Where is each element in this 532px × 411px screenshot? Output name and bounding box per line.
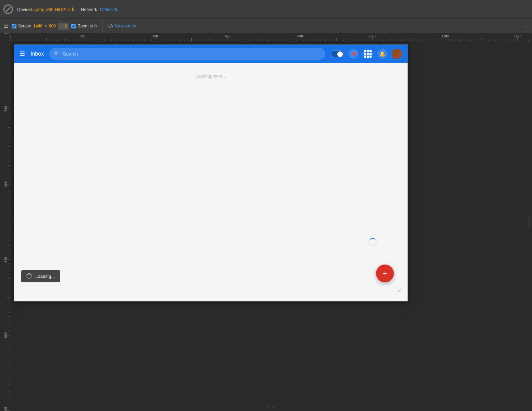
network-value: Offline: [100, 7, 113, 12]
screen-label: Screen: [18, 24, 31, 28]
dpr-value: 2: [65, 24, 67, 28]
screen-checkbox-item[interactable]: Screen: [12, 24, 31, 28]
avatar[interactable]: [392, 49, 402, 59]
loading-toast-text: Loading...: [35, 274, 55, 279]
device-label: Device: [17, 7, 31, 12]
bottom-resize-bar[interactable]: ═ ═: [10, 403, 532, 411]
screenshot-icon[interactable]: ⊡ 2: [58, 23, 70, 30]
resize-arrow-icon[interactable]: ↙: [397, 287, 401, 294]
ruler-left-canvas: [0, 33, 10, 411]
search-icon: 🔍: [54, 51, 60, 57]
more-dots[interactable]: ···: [523, 22, 529, 30]
screen-height: 900: [49, 24, 56, 28]
no-entry-icon: [3, 4, 13, 14]
toggle-switch[interactable]: [331, 50, 344, 57]
device-value: Laptop with HiDPI s: [31, 7, 70, 12]
ruler-content-area: ☰ Inbox 🔍 Search 📌: [10, 33, 532, 411]
hamburger-icon[interactable]: ☰: [3, 23, 8, 29]
notifications-icon[interactable]: 🔔: [377, 49, 387, 59]
ruler-top-canvas: [10, 33, 532, 41]
resize-handle-dots: ═ ═: [266, 405, 276, 410]
hamburger-browser-icon[interactable]: ☰: [20, 50, 25, 58]
ruler-top: [10, 33, 532, 41]
main-area: ☰ Inbox 🔍 Search 📌: [0, 33, 532, 411]
toast-spinner: [26, 273, 32, 279]
ua-value: No override: [115, 24, 136, 28]
toolbar-row2: ☰ Screen 1440 × 900 ⊡ 2 Zoom to fit UA N…: [0, 19, 532, 33]
apps-grid-icon[interactable]: [363, 49, 373, 59]
device-select[interactable]: Laptop with HiDPI s ⇅: [31, 7, 75, 12]
screenshot-symbol: ⊡: [60, 24, 63, 28]
simulated-browser: ☰ Inbox 🔍 Search 📌: [14, 44, 408, 302]
toolbar-divider2: [102, 20, 102, 32]
inbox-title: Inbox: [31, 51, 44, 57]
ua-section: UA No override: [107, 24, 136, 28]
apps-grid: [364, 50, 372, 58]
network-section: Network Offline ⇅: [81, 7, 118, 12]
device-dropdown-icon: ⇅: [71, 7, 75, 12]
fab-icon: +: [383, 269, 387, 278]
right-panel-handle[interactable]: [526, 41, 532, 403]
search-bar[interactable]: 🔍 Search: [49, 48, 325, 60]
cross-symbol: ×: [45, 24, 47, 28]
toolbar-row1: Device Laptop with HiDPI s ⇅ Network Off…: [0, 0, 532, 19]
loading-toast: Loading...: [21, 270, 60, 282]
pin-icon[interactable]: 📌: [349, 49, 358, 59]
zoom-to-fit-label: Zoom to fit: [78, 24, 97, 28]
screen-width: 1440: [33, 24, 43, 28]
loading-more-text: Loading more...: [195, 73, 226, 79]
ua-label: UA: [107, 24, 113, 28]
toolbar-divider: [78, 3, 78, 15]
zoom-to-fit-checkbox[interactable]: [71, 24, 76, 28]
screen-checkbox[interactable]: [12, 24, 16, 28]
network-select[interactable]: Offline ⇅: [100, 7, 118, 12]
network-dropdown-icon: ⇅: [114, 7, 118, 12]
browser-content: Loading more... + Loading... ↙: [14, 63, 408, 301]
fab-button[interactable]: +: [376, 265, 394, 282]
handle-dots: [529, 216, 530, 228]
nav-icons-right: 📌 🔔: [331, 49, 402, 59]
ruler-left: [0, 33, 10, 411]
search-placeholder: Search: [63, 51, 78, 57]
browser-navbar: ☰ Inbox 🔍 Search 📌: [14, 45, 408, 63]
viewport-container: ☰ Inbox 🔍 Search 📌: [10, 41, 532, 403]
zoom-to-fit-item[interactable]: Zoom to fit: [71, 24, 97, 28]
network-label: Network: [81, 7, 97, 12]
loading-spinner-content: [368, 238, 377, 246]
